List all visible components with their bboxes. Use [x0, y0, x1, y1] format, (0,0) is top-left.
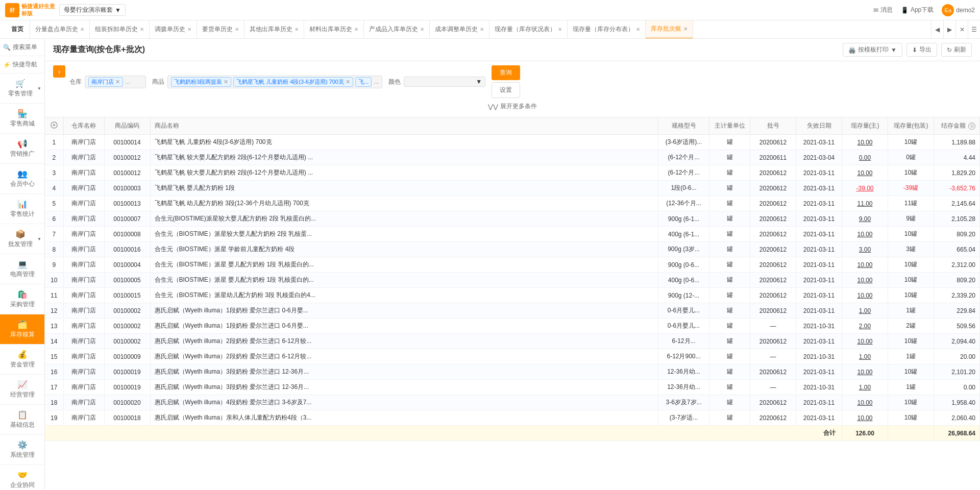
sidebar-item-wholesale[interactable]: 📦 批发管理 ▼: [0, 224, 44, 254]
row-expire: 2021-03-11: [796, 410, 842, 426]
tab-5[interactable]: 其他出库单历史 ✕: [244, 20, 304, 39]
message-item[interactable]: ✉ 消息: [873, 6, 893, 14]
row-stock-main[interactable]: 1.00: [842, 349, 888, 364]
sidebar-search[interactable]: 🔍 搜索菜单: [0, 39, 44, 56]
row-stock-main[interactable]: 10.00: [842, 257, 888, 273]
product-tag-2-close[interactable]: ✕: [346, 79, 350, 85]
tab-9[interactable]: 现存量（库存状况表） ✕: [489, 20, 568, 39]
tab-close-11[interactable]: ✕: [683, 26, 688, 32]
tab-close-3[interactable]: ✕: [187, 27, 191, 32]
nav-prev-arrow[interactable]: ◀: [931, 20, 943, 39]
store-selector[interactable]: 母婴行业演示账套 ▼: [59, 4, 126, 16]
sidebar-item-retail-mgmt[interactable]: 🛒 零售管理 ▼: [0, 74, 44, 104]
row-batch: 20200612: [750, 334, 796, 349]
export-button[interactable]: ⬇ 导出: [906, 43, 937, 57]
row-stock-main[interactable]: 10.00: [842, 165, 888, 181]
tab-4[interactable]: 要货单历史 ✕: [197, 20, 244, 39]
tab-close-7[interactable]: ✕: [420, 27, 424, 32]
template-print-button[interactable]: 🖨️ 按模板打印 ▼: [843, 43, 902, 57]
nav-next-arrow[interactable]: ▶: [943, 20, 955, 39]
color-input[interactable]: ▼: [404, 77, 485, 87]
sidebar-item-corp-collab[interactable]: 🤝 企业协同: [0, 465, 44, 490]
row-stock-main[interactable]: 9.00: [842, 211, 888, 227]
query-button[interactable]: 查询: [492, 65, 520, 80]
tab-close-8[interactable]: ✕: [480, 27, 484, 32]
sidebar-item-operations[interactable]: 📈 经营管理: [0, 375, 44, 405]
nav-menu-arrow[interactable]: ☰: [968, 20, 980, 39]
row-stock-main[interactable]: 11.00: [842, 196, 888, 211]
tab-close-2[interactable]: ✕: [140, 27, 144, 32]
tab-2[interactable]: 组装拆卸单历史 ✕: [90, 20, 150, 39]
tab-10[interactable]: 现存量（库存分布表） ✕: [568, 20, 646, 39]
product-tag-1: 飞鹤奶粉3段两提装 ✕: [171, 77, 231, 87]
sidebar-item-finance[interactable]: 💰 资金管理: [0, 345, 44, 375]
warehouse-tag-close[interactable]: ✕: [115, 79, 120, 85]
row-stock-main[interactable]: 2.00: [842, 318, 888, 334]
product-input[interactable]: 飞鹤奶粉3段两提装 ✕ 飞鹤星飞帆 儿童奶粉 4段(3-6岁适用) 700克 ✕…: [167, 76, 382, 88]
tab-8[interactable]: 成本调整单历史 ✕: [430, 20, 489, 39]
row-unit: 罐: [709, 150, 750, 165]
purchase-icon: 🛍️: [17, 289, 28, 299]
nav-close-arrow[interactable]: ✕: [955, 20, 968, 39]
row-stock-main[interactable]: 10.00: [842, 273, 888, 288]
sidebar-item-retail-stats[interactable]: 📊 零售统计: [0, 194, 44, 224]
setting-button[interactable]: 设置: [492, 82, 520, 98]
refresh-button[interactable]: ↻ 刷新: [941, 43, 972, 57]
row-stock-main[interactable]: 1.00: [842, 380, 888, 395]
warehouse-input[interactable]: 南岸门店 ✕ ...: [85, 76, 146, 88]
row-index: 16: [45, 364, 63, 380]
row-stock-main[interactable]: 10.00: [842, 395, 888, 410]
row-index: 15: [45, 349, 63, 364]
expand-toggle[interactable]: ⋁⋁ 展开更多条件: [53, 100, 972, 113]
th-name: 商品名称: [150, 117, 658, 135]
tab-11[interactable]: 库存批次账 ✕: [646, 20, 693, 39]
base-info-icon: 📋: [17, 410, 28, 420]
row-stock-main[interactable]: 3.00: [842, 242, 888, 257]
row-stock-main[interactable]: 10.00: [842, 364, 888, 380]
page-actions: 🖨️ 按模板打印 ▼ ⬇ 导出 ↻ 刷新: [843, 43, 972, 57]
sidebar-item-ecommerce[interactable]: 💻 电商管理: [0, 254, 44, 284]
tab-1[interactable]: 分量盘点单历史 ✕: [30, 20, 90, 39]
balance-info-icon[interactable]: ①: [968, 122, 975, 130]
row-stock-main[interactable]: 1.00: [842, 303, 888, 318]
row-batch: 20200612: [750, 135, 796, 150]
sidebar-item-inventory[interactable]: 🗂️ 库存核算: [0, 314, 44, 345]
row-stock-main[interactable]: 10.00: [842, 227, 888, 242]
tab-close-10[interactable]: ✕: [636, 27, 640, 32]
tab-close-5[interactable]: ✕: [295, 27, 299, 32]
row-stock-main[interactable]: 0.00: [842, 150, 888, 165]
warehouse-dots[interactable]: ...: [125, 78, 130, 85]
tab-7[interactable]: 产成品入库单历史 ✕: [364, 20, 430, 39]
th-balance: 结存金额 ①: [934, 117, 980, 135]
ecommerce-icon: 💻: [17, 259, 28, 269]
app-download-item[interactable]: 📱 App下载: [901, 6, 934, 14]
row-stock-main[interactable]: 10.00: [842, 288, 888, 303]
tab-3[interactable]: 调拨单历史 ✕: [150, 20, 197, 39]
row-stock-main[interactable]: 10.00: [842, 410, 888, 426]
sidebar-item-purchase[interactable]: 🛍️ 采购管理: [0, 284, 44, 314]
tab-close-4[interactable]: ✕: [235, 27, 239, 32]
tab-close-1[interactable]: ✕: [80, 27, 84, 32]
row-stock-main[interactable]: 10.00: [842, 334, 888, 349]
filter-expand-btn[interactable]: ›: [53, 65, 65, 78]
sidebar-item-sys-mgmt[interactable]: ⚙️ 系统管理: [0, 435, 44, 465]
row-stock-pkg: 2罐: [888, 318, 934, 334]
sidebar-item-marketing[interactable]: 📢 营销推广: [0, 134, 44, 164]
tab-close-6[interactable]: ✕: [354, 27, 358, 32]
tab-home[interactable]: 首页: [5, 20, 30, 39]
row-stock-main[interactable]: -39.00: [842, 181, 888, 196]
sidebar-item-member[interactable]: 👥 会员中心: [0, 164, 44, 194]
tab-close-9[interactable]: ✕: [558, 27, 562, 32]
row-index: 7: [45, 227, 63, 242]
sidebar-item-base-info[interactable]: 📋 基础信息: [0, 405, 44, 435]
sidebar-quick[interactable]: ⚡ 快捷导航: [0, 56, 44, 74]
row-stock-main[interactable]: 10.00: [842, 135, 888, 150]
user-item[interactable]: Ea demo2: [942, 4, 975, 16]
product-tag-1-close[interactable]: ✕: [224, 79, 228, 85]
row-spec: 400g (6-1...: [658, 227, 709, 242]
table-row: 10 南岸门店 00100005 合生元（BIOSTIME）派星 婴儿配方奶粉 …: [45, 273, 980, 288]
tab-6[interactable]: 材料出库单历史 ✕: [304, 20, 364, 39]
product-dots[interactable]: ...: [374, 78, 379, 85]
th-settings[interactable]: [45, 117, 63, 135]
sidebar-item-retail-store[interactable]: 🏪 零售商城: [0, 104, 44, 134]
